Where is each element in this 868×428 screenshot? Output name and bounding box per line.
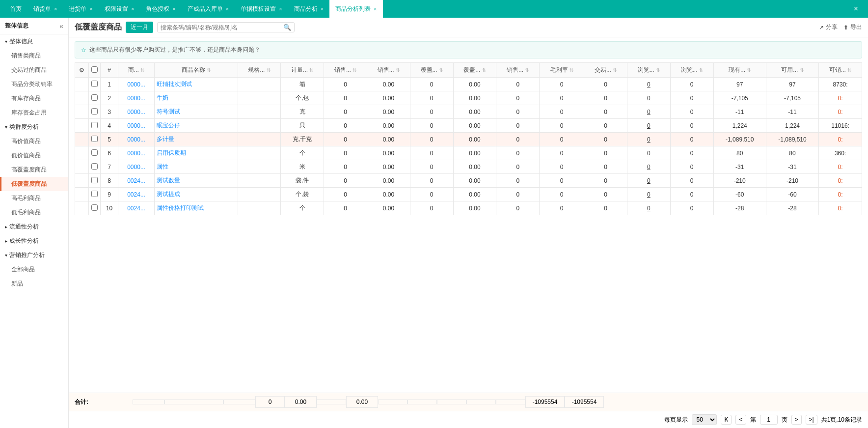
row-checkbox[interactable] — [91, 163, 98, 170]
cell-name[interactable]: 测试提成 — [154, 188, 238, 201]
select-all-checkbox[interactable] — [91, 66, 98, 73]
col-sales-amt[interactable]: 销售... ⇅ — [367, 63, 410, 78]
col-sales-qty[interactable]: 销售... ⇅ — [324, 63, 367, 78]
nav-permission[interactable]: 权限设置 × — [99, 0, 140, 18]
cell-name[interactable]: 测试数量 — [154, 174, 238, 188]
nav-close-template-settings[interactable]: × — [279, 6, 282, 12]
nav-sales-order[interactable]: 销货单 × — [27, 0, 63, 18]
sidebar-group-flow-analysis[interactable]: ▸ 流通性分析 — [0, 220, 68, 234]
sidebar-group-category-analysis[interactable]: ▾ 类群度分析 — [0, 120, 68, 134]
current-page-input[interactable] — [760, 415, 778, 425]
nav-close-purchase-order[interactable]: × — [89, 6, 92, 12]
cell-name[interactable]: 符号测试 — [154, 105, 238, 119]
col-trade[interactable]: 交易... ⇅ — [584, 63, 627, 78]
row-checkbox[interactable] — [91, 149, 98, 156]
cell-name[interactable]: 眠宝公仔 — [154, 119, 238, 133]
sidebar-item-sales-products[interactable]: 销售类商品 — [0, 49, 68, 63]
cell-checkbox[interactable] — [89, 133, 101, 146]
cell-checkbox[interactable] — [89, 174, 101, 188]
cell-name[interactable]: 启用保质期 — [154, 146, 238, 160]
cell-name[interactable]: 属性价格打印测试 — [154, 201, 238, 215]
sidebar-item-category-rate[interactable]: 商品分类动销率 — [0, 77, 68, 91]
nav-product-analysis-list[interactable]: 商品分析列表 × — [329, 0, 382, 18]
col-cover-b[interactable]: 覆盖... ⇅ — [453, 63, 496, 78]
row-checkbox[interactable] — [91, 94, 98, 101]
sidebar-item-high-margin[interactable]: 高毛利商品 — [0, 191, 68, 205]
nav-close-product-inbound[interactable]: × — [226, 6, 229, 12]
cell-checkbox[interactable] — [89, 119, 101, 133]
cell-checkbox[interactable] — [89, 91, 101, 105]
col-browse-a[interactable]: 浏览... ⇅ — [627, 63, 671, 78]
first-page-button[interactable]: K — [721, 415, 732, 425]
row-checkbox[interactable] — [91, 177, 98, 183]
sidebar-item-stock-capital[interactable]: 库存资金占用 — [0, 106, 68, 120]
col-name[interactable]: 商品名称 ⇅ — [154, 63, 238, 78]
cell-name[interactable]: 属性 — [154, 160, 238, 174]
sidebar-item-high-value[interactable]: 高价值商品 — [0, 134, 68, 148]
cell-browse-a[interactable]: 0 — [627, 133, 671, 146]
cell-code[interactable]: 0000... — [118, 119, 155, 133]
cell-code[interactable]: 0024... — [118, 188, 155, 201]
nav-close-sales-order[interactable]: × — [54, 6, 57, 12]
nav-product-inbound[interactable]: 产成品入库单 × — [182, 0, 235, 18]
cell-checkbox[interactable] — [89, 105, 101, 119]
col-sales-c[interactable]: 销售... ⇅ — [496, 63, 540, 78]
period-button[interactable]: 近一月 — [126, 22, 153, 33]
row-checkbox[interactable] — [91, 108, 98, 114]
cell-code[interactable]: 0000... — [118, 133, 155, 146]
sidebar-item-low-margin[interactable]: 低毛利商品 — [0, 205, 68, 220]
sidebar-group-marketing-analysis[interactable]: ▾ 营销推广分析 — [0, 248, 68, 262]
cell-browse-a[interactable]: 0 — [627, 174, 671, 188]
nav-role-auth[interactable]: 角色授权 × — [140, 0, 181, 18]
export-button[interactable]: ⬆ 导出 — [843, 23, 862, 31]
col-cover-a[interactable]: 覆盖... ⇅ — [410, 63, 453, 78]
cell-code[interactable]: 0000... — [118, 78, 155, 91]
col-browse-b[interactable]: 浏览... ⇅ — [670, 63, 713, 78]
cell-browse-a[interactable]: 0 — [627, 201, 671, 215]
cell-code[interactable]: 0000... — [118, 105, 155, 119]
nav-close-role-auth[interactable]: × — [172, 6, 175, 12]
cell-code[interactable]: 0024... — [118, 201, 155, 215]
cell-checkbox[interactable] — [89, 201, 101, 215]
per-page-select[interactable]: 50 20 100 — [692, 414, 717, 425]
sidebar-group-growth-analysis[interactable]: ▸ 成长性分析 — [0, 234, 68, 248]
cell-name[interactable]: 牛奶 — [154, 91, 238, 105]
cell-browse-a[interactable]: 0 — [627, 78, 671, 91]
col-select-all[interactable] — [89, 63, 101, 78]
cell-checkbox[interactable] — [89, 78, 101, 91]
row-checkbox[interactable] — [91, 204, 98, 211]
sidebar-item-traded-products[interactable]: 交易过的商品 — [0, 63, 68, 77]
cell-browse-a[interactable]: 0 — [627, 188, 671, 201]
col-code[interactable]: 商... ⇅ — [118, 63, 155, 78]
row-checkbox[interactable] — [91, 81, 98, 87]
row-checkbox[interactable] — [91, 122, 98, 128]
sidebar-item-all-products[interactable]: 全部商品 — [0, 262, 68, 277]
cell-browse-a[interactable]: 0 — [627, 91, 671, 105]
col-unit[interactable]: 计量... ⇅ — [281, 63, 324, 78]
window-close-button[interactable]: × — [848, 4, 864, 13]
share-button[interactable]: ↗ 分享 — [819, 23, 838, 31]
col-spec[interactable]: 规格... ⇅ — [238, 63, 281, 78]
col-settings[interactable]: ⚙ — [75, 63, 89, 78]
cell-code[interactable]: 0000... — [118, 91, 155, 105]
nav-close-product-analysis-list[interactable]: × — [374, 6, 377, 12]
cell-checkbox[interactable] — [89, 160, 101, 174]
sidebar-group-overall[interactable]: ▾ 整体信息 — [0, 34, 68, 49]
last-page-button[interactable]: >| — [806, 415, 817, 425]
col-saleable[interactable]: 可销... ⇅ — [819, 63, 862, 78]
nav-purchase-order[interactable]: 进货单 × — [63, 0, 98, 18]
next-page-button[interactable]: > — [791, 415, 802, 425]
cell-code[interactable]: 0000... — [118, 160, 155, 174]
cell-browse-a[interactable]: 0 — [627, 146, 671, 160]
col-current[interactable]: 现有... ⇅ — [713, 63, 766, 78]
nav-product-analysis[interactable]: 商品分析 × — [288, 0, 329, 18]
sidebar-item-new-products[interactable]: 新品 — [0, 277, 68, 291]
cell-name[interactable]: 旺辅批次测试 — [154, 78, 238, 91]
nav-close-product-analysis[interactable]: × — [321, 6, 324, 12]
cell-checkbox[interactable] — [89, 188, 101, 201]
row-checkbox[interactable] — [91, 191, 98, 197]
sidebar-item-low-value[interactable]: 低价值商品 — [0, 148, 68, 163]
cell-browse-a[interactable]: 0 — [627, 160, 671, 174]
col-gross[interactable]: 毛利率 ⇅ — [540, 63, 584, 78]
cell-code[interactable]: 0000... — [118, 146, 155, 160]
